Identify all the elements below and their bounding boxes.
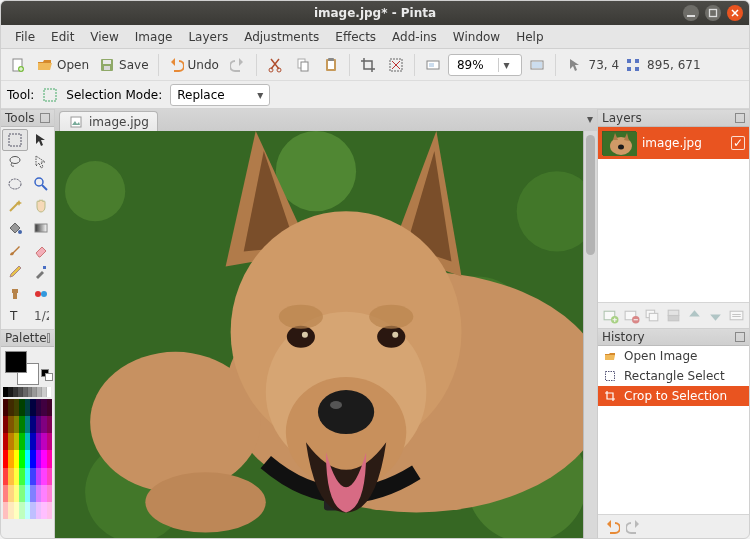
- image-icon: [68, 114, 84, 130]
- selection-mode-value: Replace: [177, 88, 224, 102]
- svg-rect-21: [627, 67, 631, 71]
- open-button[interactable]: Open: [33, 52, 93, 78]
- redo-icon[interactable]: [626, 519, 642, 535]
- zoom-in-button[interactable]: [524, 52, 550, 78]
- history-panel-header[interactable]: History: [598, 328, 749, 346]
- delete-layer-button[interactable]: [623, 306, 640, 326]
- svg-rect-12: [328, 61, 334, 69]
- layers-panel-header[interactable]: Layers: [598, 109, 749, 127]
- paste-button[interactable]: [318, 52, 344, 78]
- tool-text[interactable]: T: [2, 305, 28, 327]
- svg-point-33: [35, 291, 41, 297]
- tool-bucket[interactable]: [2, 217, 28, 239]
- zoom-out-button[interactable]: [420, 52, 446, 78]
- rect-select-icon: [602, 368, 618, 384]
- history-item[interactable]: Open Image: [598, 346, 749, 366]
- tool-gradient[interactable]: [28, 217, 54, 239]
- scrollbar-thumb[interactable]: [586, 135, 595, 255]
- gradient-icon: [33, 220, 49, 236]
- menu-edit[interactable]: Edit: [43, 27, 82, 47]
- tool-options-toolbar: Tool: Selection Mode: Replace ▾: [1, 81, 749, 109]
- tab-overflow-icon[interactable]: ▾: [587, 112, 593, 126]
- tool-magic-wand[interactable]: [2, 195, 28, 217]
- cut-icon: [267, 57, 283, 73]
- close-button[interactable]: [727, 5, 743, 21]
- right-column: Layers image.jpg ✓: [597, 109, 749, 538]
- tool-move-selection[interactable]: [28, 151, 54, 173]
- tool-eraser[interactable]: [28, 239, 54, 261]
- tool-color-picker[interactable]: [28, 261, 54, 283]
- current-tool-icon: [42, 87, 58, 103]
- chevron-down-icon: ▾: [257, 88, 263, 102]
- minimize-button[interactable]: [683, 5, 699, 21]
- zoom-out-icon: [425, 57, 441, 73]
- move-layer-down-button[interactable]: [707, 306, 724, 326]
- merge-layer-button[interactable]: [665, 306, 682, 326]
- redo-button[interactable]: [225, 52, 251, 78]
- image-size-icon: [625, 57, 641, 73]
- menu-view[interactable]: View: [82, 27, 126, 47]
- text-icon: T: [7, 308, 23, 324]
- svg-point-59: [330, 401, 342, 409]
- separator: [158, 54, 159, 76]
- layer-visible-checkbox[interactable]: ✓: [731, 136, 745, 150]
- save-button[interactable]: Save: [95, 52, 152, 78]
- tool-pan[interactable]: [28, 195, 54, 217]
- foreground-color-swatch[interactable]: [5, 351, 27, 373]
- tool-rect-select[interactable]: [2, 129, 28, 151]
- tool-shapes[interactable]: 1/2: [28, 305, 54, 327]
- menu-help[interactable]: Help: [508, 27, 551, 47]
- hue-grid[interactable]: [3, 399, 52, 519]
- clone-icon: [7, 286, 23, 302]
- svg-rect-29: [35, 224, 47, 232]
- gray-row[interactable]: [3, 387, 52, 397]
- tools-panel-header[interactable]: Tools: [1, 109, 54, 127]
- svg-point-28: [18, 230, 22, 234]
- undo-icon[interactable]: [604, 519, 620, 535]
- layer-row[interactable]: image.jpg ✓: [598, 127, 749, 159]
- vertical-scrollbar[interactable]: [583, 131, 597, 538]
- tool-pencil[interactable]: [2, 261, 28, 283]
- tool-zoom[interactable]: [28, 173, 54, 195]
- titlebar: image.jpg* - Pinta: [1, 1, 749, 25]
- tool-recolor[interactable]: [28, 283, 54, 305]
- svg-rect-79: [730, 311, 743, 320]
- bucket-icon: [7, 220, 23, 236]
- tool-move[interactable]: [28, 129, 54, 151]
- copy-button[interactable]: [290, 52, 316, 78]
- selection-mode-combo[interactable]: Replace ▾: [170, 84, 270, 106]
- menu-window[interactable]: Window: [445, 27, 508, 47]
- crop-button[interactable]: [355, 52, 381, 78]
- menu-file[interactable]: File: [7, 27, 43, 47]
- canvas[interactable]: [55, 131, 597, 538]
- new-file-button[interactable]: [5, 52, 31, 78]
- menu-addins[interactable]: Add-ins: [384, 27, 445, 47]
- duplicate-layer-button[interactable]: [644, 306, 661, 326]
- layer-properties-button[interactable]: [728, 306, 745, 326]
- color-swatches[interactable]: [3, 349, 52, 385]
- menu-image[interactable]: Image: [127, 27, 181, 47]
- tool-lasso[interactable]: [2, 151, 28, 173]
- move-layer-up-button[interactable]: [686, 306, 703, 326]
- deselect-button[interactable]: [383, 52, 409, 78]
- tool-clone[interactable]: [2, 283, 28, 305]
- menu-layers[interactable]: Layers: [180, 27, 236, 47]
- menu-effects[interactable]: Effects: [327, 27, 384, 47]
- zoom-combo[interactable]: 89% ▾: [448, 54, 522, 76]
- tool-brush[interactable]: [2, 239, 28, 261]
- cut-button[interactable]: [262, 52, 288, 78]
- history-item[interactable]: Crop to Selection: [598, 386, 749, 406]
- document-tab[interactable]: image.jpg: [59, 111, 158, 131]
- svg-rect-22: [635, 67, 639, 71]
- tool-ellipse-select[interactable]: [2, 173, 28, 195]
- eraser-icon: [33, 242, 49, 258]
- swap-colors-icon[interactable]: [41, 369, 53, 381]
- palette-panel-header[interactable]: Palette: [1, 329, 54, 347]
- undo-button[interactable]: Undo: [164, 52, 223, 78]
- save-label: Save: [119, 58, 148, 72]
- menu-adjustments[interactable]: Adjustments: [236, 27, 327, 47]
- svg-rect-78: [668, 316, 679, 321]
- maximize-button[interactable]: [705, 5, 721, 21]
- add-layer-button[interactable]: [602, 306, 619, 326]
- history-item[interactable]: Rectangle Select: [598, 366, 749, 386]
